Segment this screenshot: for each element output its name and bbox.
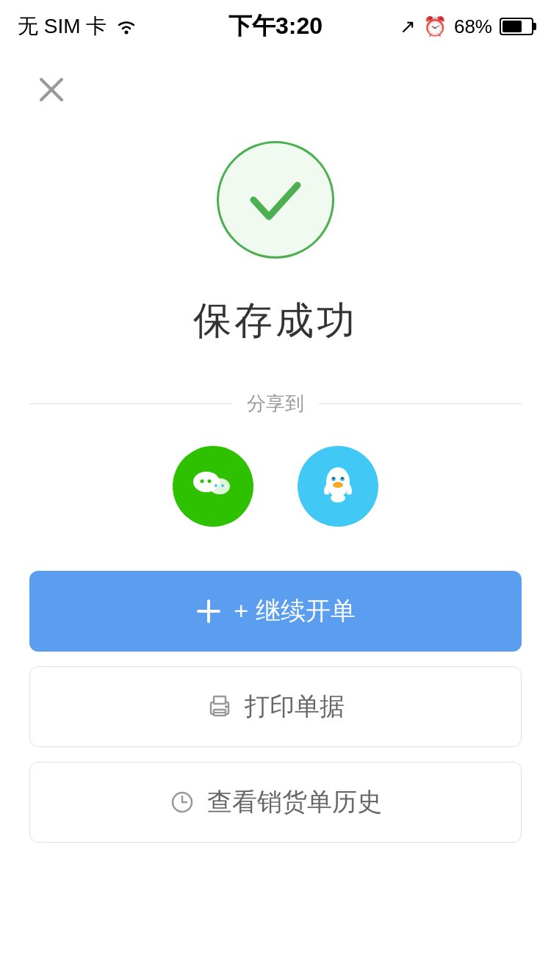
svg-point-5 <box>201 480 204 483</box>
svg-point-4 <box>209 478 230 494</box>
print-label: 打印单据 <box>245 690 345 724</box>
svg-point-7 <box>215 484 217 487</box>
print-button[interactable]: 打印单据 <box>29 666 522 747</box>
battery-percent: 68% <box>454 15 492 38</box>
history-icon <box>169 789 195 815</box>
success-title: 保存成功 <box>193 295 358 347</box>
svg-rect-19 <box>214 696 226 704</box>
svg-point-15 <box>333 482 343 488</box>
success-icon-circle <box>217 141 334 259</box>
location-icon: ↗ <box>400 15 416 38</box>
history-label: 查看销货单历史 <box>207 785 382 819</box>
status-time: 下午3:20 <box>228 10 323 43</box>
svg-point-14 <box>342 478 344 480</box>
share-label: 分享到 <box>247 391 304 417</box>
share-section: 分享到 <box>29 391 522 527</box>
alarm-icon: ⏰ <box>423 15 447 38</box>
close-button[interactable] <box>29 68 73 112</box>
svg-point-13 <box>333 478 335 480</box>
continue-label: + 继续开单 <box>234 594 355 628</box>
qq-share-button[interactable] <box>298 446 378 527</box>
checkmark-icon <box>242 167 309 233</box>
svg-point-0 <box>125 31 129 35</box>
plus-icon <box>195 598 222 624</box>
svg-point-8 <box>221 484 224 487</box>
action-buttons: + 继续开单 打印单据 查看销货单历史 <box>29 571 522 843</box>
history-button[interactable]: 查看销货单历史 <box>29 762 522 843</box>
wechat-share-button[interactable] <box>173 446 253 527</box>
printer-icon <box>206 693 233 720</box>
continue-button[interactable]: + 继续开单 <box>29 571 522 652</box>
share-icons <box>29 446 522 527</box>
wifi-icon <box>114 18 139 35</box>
main-content: 保存成功 分享到 <box>0 126 551 872</box>
status-bar: 无 SIM 卡 下午3:20 ↗ ⏰ 68% <box>0 0 551 53</box>
svg-point-6 <box>208 480 212 483</box>
close-area <box>0 53 551 126</box>
status-left: 无 SIM 卡 <box>18 12 139 40</box>
svg-point-10 <box>331 494 345 502</box>
wechat-icon <box>188 461 238 511</box>
svg-point-22 <box>225 705 228 708</box>
share-divider: 分享到 <box>29 391 522 417</box>
status-right: ↗ ⏰ 68% <box>400 15 533 38</box>
qq-icon <box>313 461 363 511</box>
carrier-text: 无 SIM 卡 <box>18 12 107 40</box>
battery-icon <box>500 18 533 35</box>
